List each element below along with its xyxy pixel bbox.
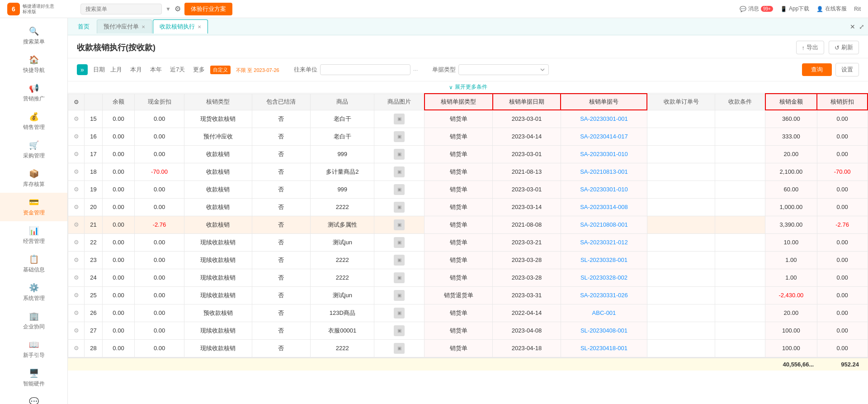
td-settings[interactable]: ⚙: [68, 269, 85, 286]
table-container[interactable]: ⚙ 余额 现金折扣 核销类型 包含已结清 商品 商品图片 核销单据类型 核销单据…: [68, 93, 868, 404]
bill-no-link[interactable]: SA-20230331-026: [580, 292, 628, 299]
receipt-type-select[interactable]: [458, 64, 549, 75]
sidebar-item-finance[interactable]: 💳 资金管理: [0, 193, 67, 221]
online-service-item[interactable]: 👤 在线客服: [816, 5, 847, 13]
date-btn-last-month[interactable]: 上月: [108, 65, 125, 75]
settings-icon[interactable]: ⚙: [74, 99, 79, 105]
sidebar-item-inventory[interactable]: 📦 库存核算: [0, 164, 67, 193]
sidebar-item-quick[interactable]: 🏠 快捷导航: [0, 50, 67, 79]
sidebar-item-sales[interactable]: 💰 销售管理: [0, 107, 67, 136]
enterprise-icon: 🏢: [29, 311, 39, 321]
date-btn-this-month[interactable]: 本月: [127, 65, 145, 75]
app-download-item[interactable]: 📱 App下载: [780, 5, 809, 13]
bill-no-link[interactable]: SA-20230314-008: [580, 204, 628, 210]
td-settings[interactable]: ⚙: [68, 198, 85, 216]
from-unit-label: 往来单位: [294, 66, 317, 74]
td-settings[interactable]: ⚙: [68, 251, 85, 269]
date-btn-7days[interactable]: 近7天: [167, 65, 188, 75]
industry-btn[interactable]: 体验行业方案: [184, 3, 232, 15]
td-include-settled: 否: [252, 233, 311, 251]
main-layout: 🔍 搜索菜单 🏠 快捷导航 📢 营销推广 💰 销售管理 🛒 采购管理 📦 库存核…: [0, 18, 868, 404]
dropdown-arrow[interactable]: ▼: [165, 6, 171, 12]
td-settings[interactable]: ⚙: [68, 216, 85, 233]
bill-no-link[interactable]: SA-20230301-010: [580, 186, 628, 193]
td-settings[interactable]: ⚙: [68, 163, 85, 181]
tab-prepay[interactable]: 预付冲应付单 ✕: [97, 19, 152, 33]
td-settings[interactable]: ⚙: [68, 233, 85, 251]
td-receipt-order-no: [647, 286, 715, 304]
td-verify-bill-date: 2021-08-13: [493, 163, 561, 181]
td-settings[interactable]: ⚙: [68, 322, 85, 339]
sidebar-item-operations[interactable]: 📊 经营管理: [0, 221, 67, 250]
filter-setting-btn[interactable]: 设置: [835, 63, 859, 76]
td-receipt-condition: [715, 181, 765, 198]
sidebar-item-basic[interactable]: 📋 基础信息: [0, 250, 67, 278]
td-verify-discount: 0.00: [817, 233, 868, 251]
bill-no-link[interactable]: SA-20210813-001: [580, 168, 628, 175]
date-btn-more[interactable]: 更多: [190, 65, 208, 75]
tab-prepay-close[interactable]: ✕: [142, 24, 145, 29]
bill-no-link[interactable]: SA-20210808-001: [580, 221, 628, 228]
td-no: 17: [85, 145, 103, 163]
sidebar-item-search[interactable]: 🔍 搜索菜单: [0, 22, 67, 50]
td-product-image: ▣: [374, 181, 425, 198]
message-item[interactable]: 💬 消息 99+: [740, 5, 773, 13]
td-settings[interactable]: ⚙: [68, 286, 85, 304]
sidebar-item-marketing[interactable]: 📢 营销推广: [0, 79, 67, 107]
refresh-btn[interactable]: ↺ 刷新: [829, 41, 859, 54]
td-receipt-order-no: [647, 110, 715, 128]
bill-no-link[interactable]: SL-20230418-001: [580, 345, 627, 352]
sidebar-item-guide[interactable]: 📖 新手引导: [0, 335, 67, 364]
date-custom-badge[interactable]: 自定义: [210, 66, 231, 74]
td-verify-bill-date: 2022-04-14: [493, 304, 561, 322]
date-btn-this-year[interactable]: 本年: [147, 65, 165, 75]
sidebar-item-smart[interactable]: 🖥️ 智能硬件: [0, 364, 67, 392]
sidebar-item-enterprise[interactable]: 🏢 企业协同: [0, 307, 67, 335]
top-search-input[interactable]: [80, 4, 162, 14]
main-table: ⚙ 余额 现金折扣 核销类型 包含已结清 商品 商品图片 核销单据类型 核销单据…: [68, 93, 868, 357]
td-settings[interactable]: ⚙: [68, 145, 85, 163]
bill-no-link[interactable]: SL-20230408-001: [580, 327, 627, 334]
tab-receipt[interactable]: 收款核销执行 ✕: [153, 19, 208, 33]
th-settings[interactable]: ⚙: [68, 94, 85, 110]
from-unit-input[interactable]: [320, 64, 410, 75]
tab-maximize-btn[interactable]: ⤢: [859, 23, 864, 30]
export-btn[interactable]: ↑ 导出: [796, 41, 825, 54]
user-item[interactable]: Rit: [854, 6, 861, 12]
td-settings[interactable]: ⚙: [68, 110, 85, 128]
bill-no-link[interactable]: SL-20230328-001: [580, 257, 627, 263]
tab-home[interactable]: 首页: [71, 20, 96, 33]
date-label: 日期: [93, 66, 105, 74]
receipt-type-group: 单据类型: [432, 64, 549, 75]
sidebar-item-wechat[interactable]: 💬 企业微信: [0, 392, 67, 404]
bill-no-link[interactable]: SA-20230301-010: [580, 151, 628, 157]
settings-icon[interactable]: ⚙: [175, 5, 181, 13]
td-verify-type: 收款核销: [184, 216, 252, 233]
sidebar-item-purchase[interactable]: 🛒 采购管理: [0, 136, 67, 164]
td-verify-discount: 0.00: [817, 110, 868, 128]
sidebar-item-system[interactable]: ⚙️ 系统管理: [0, 278, 67, 307]
expand-conditions-btn[interactable]: ∨ 展开更多条件: [449, 83, 487, 91]
filter-expand-btn[interactable]: »: [77, 64, 88, 75]
td-balance: 0.00: [103, 233, 135, 251]
td-include-settled: 否: [252, 198, 311, 216]
expand-conditions-row: ∨ 展开更多条件: [68, 81, 868, 93]
wechat-icon: 💬: [29, 397, 39, 404]
bill-no-link[interactable]: ABC-001: [592, 309, 616, 316]
td-cash-discount: 0.00: [134, 322, 184, 339]
bill-no-link[interactable]: SA-20230321-012: [580, 239, 628, 246]
tab-close-btn[interactable]: ✕: [850, 23, 855, 30]
query-btn[interactable]: 查询: [802, 63, 832, 76]
bill-no-link[interactable]: SL-20230328-002: [580, 274, 627, 281]
sales-icon: 💰: [29, 112, 39, 122]
td-settings[interactable]: ⚙: [68, 339, 85, 357]
td-settings[interactable]: ⚙: [68, 128, 85, 145]
tab-bar: 首页 预付冲应付单 ✕ 收款核销执行 ✕ ✕ ⤢: [68, 18, 868, 35]
bill-no-link[interactable]: SA-20230301-001: [580, 115, 628, 122]
bill-no-link[interactable]: SA-20230414-017: [580, 133, 628, 140]
td-settings[interactable]: ⚙: [68, 304, 85, 322]
td-settings[interactable]: ⚙: [68, 181, 85, 198]
td-verify-amount: 1,000.00: [765, 198, 817, 216]
td-receipt-condition: [715, 269, 765, 286]
tab-receipt-close[interactable]: ✕: [198, 24, 201, 29]
